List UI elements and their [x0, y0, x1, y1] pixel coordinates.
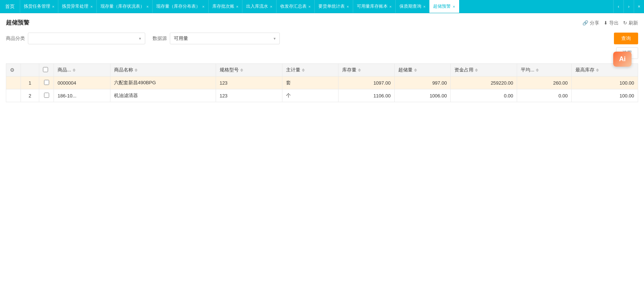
tab-xianzun-kuang[interactable]: 现存量（库存状况表） × [97, 0, 153, 13]
cell-name-1: 六配套新昌490BPG [110, 77, 216, 89]
cell-maxstock-1: 100.00 [572, 77, 638, 89]
export-icon: ⬇ [604, 20, 608, 26]
close-tab-shoufasong[interactable]: × [308, 4, 311, 9]
category-label: 商品分类 [6, 35, 25, 42]
tab-churuku[interactable]: 出入库流水 × [242, 0, 276, 13]
cell-settings-2 [6, 89, 21, 102]
table-row: 2 186-10... 机油滤清器 123 个 1106.00 1006.00 … [6, 89, 638, 102]
close-tab-chaochui[interactable]: × [453, 4, 455, 9]
datasource-chevron-icon: ▾ [274, 36, 276, 41]
cell-check-2[interactable] [39, 89, 54, 102]
sort-icon-code [73, 68, 76, 72]
share-icon: 🔗 [582, 20, 588, 26]
sort-icon-unit [302, 68, 305, 72]
datasource-value: 可用量 [174, 35, 188, 42]
tab-yichang[interactable]: 拣货异常处理 × [58, 0, 96, 13]
close-tab-yaodan[interactable]: × [347, 4, 349, 9]
gear-icon[interactable]: ⚙ [10, 67, 15, 73]
cell-stock-1: 1097.00 [338, 77, 394, 89]
cell-over-2: 1006.00 [395, 89, 451, 102]
ai-badge[interactable]: Ai [613, 52, 632, 67]
close-tab-jianghuo[interactable]: × [52, 4, 54, 9]
main-content: 超储预警 🔗 分享 ⬇ 导出 ↻ 刷新 商品分类 ▾ 数据源 [0, 13, 644, 293]
tab-xianzun-fen[interactable]: 现存量（库存分布表） × [153, 0, 208, 13]
cell-capital-1: 259220.00 [451, 77, 517, 89]
sort-icon-over [414, 68, 417, 72]
header-actions: 🔗 分享 ⬇ 导出 ↻ 刷新 [582, 20, 638, 26]
sort-icon-avg [536, 68, 539, 72]
refresh-icon: ↻ [623, 20, 627, 26]
refresh-button[interactable]: ↻ 刷新 [623, 20, 638, 26]
query-button[interactable]: 查询 [614, 33, 638, 44]
category-filter-group: 商品分类 ▾ [6, 33, 145, 44]
close-tab-baozhi[interactable]: × [423, 4, 425, 9]
th-capital[interactable]: 资金占用 [451, 64, 517, 77]
th-code[interactable]: 商品... [54, 64, 110, 77]
select-all-checkbox[interactable] [43, 67, 48, 72]
th-spec[interactable]: 规格型号 [216, 64, 282, 77]
cell-check-1[interactable] [39, 77, 54, 89]
cell-capital-2: 0.00 [451, 89, 517, 102]
cell-num-1: 1 [21, 77, 39, 89]
th-unit[interactable]: 主计量 [282, 64, 338, 77]
cell-code-2: 186-10... [54, 89, 110, 102]
datasource-label: 数据源 [153, 35, 167, 42]
close-tab-xianzun-kuang[interactable]: × [146, 4, 149, 9]
cell-unit-1: 套 [282, 77, 338, 89]
tab-jianghuo[interactable]: 拣货任务管理 × [20, 0, 58, 13]
row-checkbox-1[interactable] [44, 80, 49, 85]
category-select[interactable]: ▾ [28, 33, 145, 44]
th-avg[interactable]: 平均... [517, 64, 572, 77]
sort-icon-name [135, 68, 138, 72]
close-tab-xianzun-fen[interactable]: × [202, 4, 204, 9]
page-title: 超储预警 [6, 19, 29, 27]
th-num [21, 64, 39, 77]
th-settings[interactable]: ⚙ [6, 64, 21, 77]
tab-keyong[interactable]: 可用量库存账本 × [353, 0, 396, 13]
share-button[interactable]: 🔗 分享 [582, 20, 599, 26]
cell-stock-2: 1106.00 [338, 89, 394, 102]
th-over[interactable]: 超储量 [395, 64, 451, 77]
cell-num-2: 2 [21, 89, 39, 102]
nav-prev[interactable]: ‹ [613, 0, 623, 13]
nav-close-all[interactable]: × [634, 0, 644, 13]
cell-spec-1: 123 [216, 77, 282, 89]
cell-code-1: 0000004 [54, 77, 110, 89]
sort-icon-spec [240, 68, 243, 72]
sort-icon-capital [475, 68, 478, 72]
datasource-select[interactable]: 可用量 ▾ [170, 33, 280, 44]
table-row: 1 0000004 六配套新昌490BPG 123 套 1097.00 997.… [6, 77, 638, 89]
cell-name-2: 机油滤清器 [110, 89, 216, 102]
cell-over-1: 997.00 [395, 77, 451, 89]
nav-arrows: ‹ › × [613, 0, 644, 13]
close-tab-pici[interactable]: × [236, 4, 238, 9]
close-tab-yichang[interactable]: × [90, 4, 92, 9]
tab-yaodan[interactable]: 要货单统计表 × [315, 0, 353, 13]
tab-baozhi[interactable]: 保质期查询 × [396, 0, 429, 13]
tab-chaochui[interactable]: 超储预警 × [429, 0, 459, 13]
chevron-down-icon: ▾ [139, 36, 141, 41]
nav-next[interactable]: › [623, 0, 634, 13]
cell-avg-2: 0.00 [517, 89, 572, 102]
sort-icon-maxstock [596, 68, 599, 72]
tab-pici[interactable]: 库存批次账 × [209, 0, 242, 13]
cell-settings-1 [6, 77, 21, 89]
export-button[interactable]: ⬇ 导出 [604, 20, 619, 26]
th-stock[interactable]: 库存量 [338, 64, 394, 77]
cell-avg-1: 260.00 [517, 77, 572, 89]
cell-spec-2: 123 [216, 89, 282, 102]
settings-btn-row: 设置 [6, 47, 638, 59]
th-checkbox[interactable] [39, 64, 54, 77]
data-table: ⚙ 商品... 商品名称 [6, 63, 638, 102]
nav-home[interactable]: 首页 [0, 0, 20, 13]
close-tab-churuku[interactable]: × [270, 4, 272, 9]
row-checkbox-2[interactable] [44, 93, 49, 98]
table-header-row: ⚙ 商品... 商品名称 [6, 64, 638, 77]
page-header: 超储预警 🔗 分享 ⬇ 导出 ↻ 刷新 [6, 19, 638, 27]
cell-unit-2: 个 [282, 89, 338, 102]
th-name[interactable]: 商品名称 [110, 64, 216, 77]
datasource-filter-group: 数据源 可用量 ▾ [153, 33, 280, 44]
tab-shoufasong[interactable]: 收发存汇总表 × [277, 0, 315, 13]
close-tab-keyong[interactable]: × [389, 4, 392, 9]
sort-icon-stock [358, 68, 361, 72]
